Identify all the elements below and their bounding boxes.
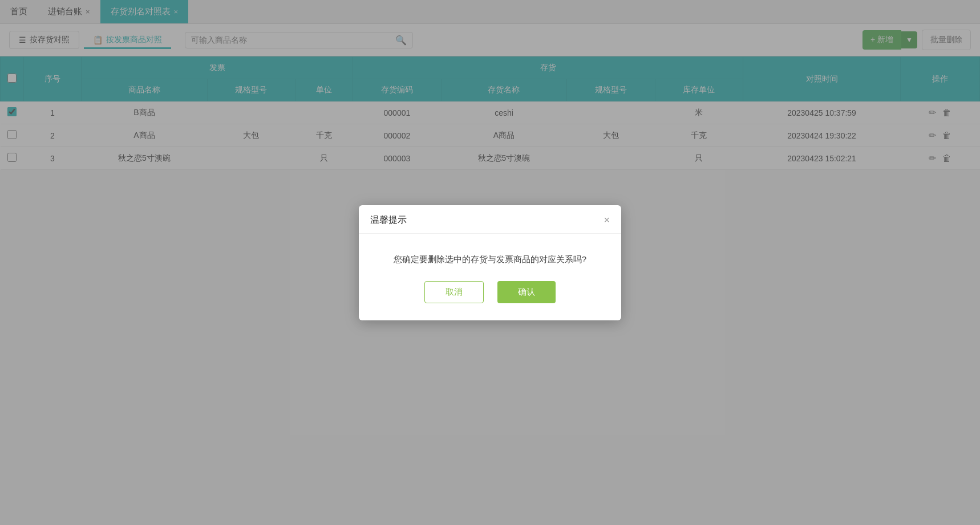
dialog-confirm-button[interactable]: 确认 <box>497 281 556 303</box>
dialog-cancel-button[interactable]: 取消 <box>424 281 484 303</box>
dialog: 温馨提示 × 您确定要删除选中的存货与发票商品的对应关系吗? 取消 确认 <box>359 205 621 320</box>
dialog-message: 您确定要删除选中的存货与发票商品的对应关系吗? <box>394 254 586 264</box>
dialog-title: 温馨提示 <box>370 214 407 226</box>
dialog-footer: 取消 确认 <box>359 281 621 320</box>
dialog-close-button[interactable]: × <box>604 215 610 225</box>
dialog-header: 温馨提示 × <box>359 205 621 234</box>
dialog-body: 您确定要删除选中的存货与发票商品的对应关系吗? <box>359 234 621 281</box>
overlay: 温馨提示 × 您确定要删除选中的存货与发票商品的对应关系吗? 取消 确认 <box>0 0 980 525</box>
